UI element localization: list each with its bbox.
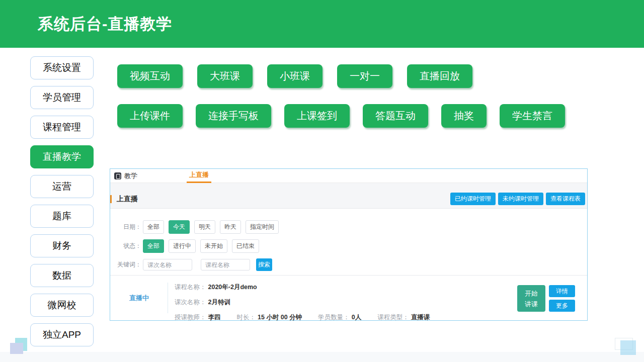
date-option-custom[interactable]: 指定时间 — [246, 220, 279, 234]
sidebar-item-standalone-app[interactable]: 独立APP — [30, 323, 94, 346]
lesson-name-input[interactable] — [143, 259, 192, 270]
booked-hours-button[interactable]: 已约课时管理 — [450, 193, 496, 205]
feature-button-class-signin[interactable]: 上课签到 — [284, 104, 350, 128]
page-title: 系统后台-直播教学 — [38, 14, 172, 35]
feature-button-student-mute[interactable]: 学生禁言 — [500, 104, 565, 128]
feature-button-upload-courseware[interactable]: 上传课件 — [117, 104, 183, 128]
decor-square-cyan-right — [620, 340, 636, 355]
feature-buttons-row1: 视频互动 大班课 小班课 一对一 直播回放 — [117, 64, 472, 88]
app-label: 教学 — [124, 171, 137, 180]
feature-button-large-class[interactable]: 大班课 — [197, 64, 253, 88]
teacher-field: 授课教师：李四 — [175, 313, 221, 322]
sidebar-item-data[interactable]: 数据 — [30, 264, 94, 287]
course-name-input[interactable] — [201, 259, 250, 270]
sidebar-item-finance[interactable]: 财务 — [30, 234, 94, 257]
bottom-strip — [0, 352, 644, 362]
sidebar-item-course-management[interactable]: 课程管理 — [30, 116, 94, 139]
tab-go-live-label: 上直播 — [189, 170, 209, 179]
feature-button-small-class[interactable]: 小班课 — [267, 64, 323, 88]
live-admin-panel: 教学 上直播 上直播 已约课时管理 未约课时管理 查看课程表 日期： 全部 今天… — [110, 168, 588, 321]
status-badge: 直播中 — [129, 294, 149, 303]
feature-button-quiz-interaction[interactable]: 答题互动 — [363, 104, 428, 128]
feature-button-live-replay[interactable]: 直播回放 — [407, 64, 472, 88]
section-actions: 已约课时管理 未约课时管理 查看课程表 — [450, 193, 585, 205]
section-accent-bar — [110, 195, 112, 203]
keyword-filter-label: 关键词： — [110, 260, 141, 269]
sidebar-item-question-bank[interactable]: 题库 — [30, 205, 94, 228]
course-type-field: 课程类型：直播课 — [377, 313, 430, 322]
student-count-field: 学员数量：0人 — [318, 313, 361, 322]
duration-field: 时长：15 小时 00 分钟 — [237, 313, 302, 322]
filter-row-keyword: 关键词： 搜索 — [110, 258, 587, 271]
status-option-in-progress[interactable]: 进行中 — [169, 239, 196, 253]
search-button[interactable]: 搜索 — [256, 258, 272, 271]
date-option-today[interactable]: 今天 — [169, 220, 190, 234]
status-option-not-started[interactable]: 未开始 — [200, 239, 227, 253]
status-option-all[interactable]: 全部 — [143, 239, 164, 253]
section-title: 上直播 — [110, 195, 138, 204]
sidebar-item-operations[interactable]: 运营 — [30, 175, 94, 198]
sidebar: 系统设置 学员管理 课程管理 直播教学 运营 题库 财务 数据 微网校 独立AP… — [30, 56, 94, 353]
decor-square-lavender-left — [10, 343, 23, 354]
filter-row-status: 状态： 全部 进行中 未开始 已结束 — [110, 239, 587, 253]
app-header: 系统后台-直播教学 — [0, 0, 644, 48]
date-option-tomorrow[interactable]: 明天 — [194, 220, 215, 234]
start-teaching-button[interactable]: 开始讲课 — [517, 285, 545, 312]
sidebar-item-system-settings[interactable]: 系统设置 — [30, 56, 94, 79]
lesson-name-line: 课次名称： 2月特训 — [175, 298, 430, 307]
date-filter-label: 日期： — [110, 223, 141, 231]
teaching-icon — [114, 172, 121, 179]
feature-button-connect-tablet[interactable]: 连接手写板 — [196, 104, 271, 128]
panel-tabbar: 教学 上直播 — [110, 169, 587, 183]
detail-button[interactable]: 详情 — [549, 285, 575, 297]
record-meta-line: 授课教师：李四 时长：15 小时 00 分钟 学员数量：0人 课程类型：直播课 — [175, 313, 430, 322]
more-button[interactable]: 更多 — [549, 300, 575, 312]
date-option-yesterday[interactable]: 昨天 — [220, 220, 241, 234]
feature-button-lottery[interactable]: 抽奖 — [441, 104, 487, 128]
feature-button-video-interaction[interactable]: 视频互动 — [117, 64, 183, 88]
unbooked-hours-button[interactable]: 未约课时管理 — [498, 193, 543, 205]
sidebar-item-live-teaching[interactable]: 直播教学 — [30, 145, 94, 168]
feature-button-one-on-one[interactable]: 一对一 — [337, 64, 392, 88]
filters: 日期： 全部 今天 明天 昨天 指定时间 状态： 全部 进行中 未开始 已结束 … — [110, 209, 587, 275]
record-divider — [168, 283, 168, 313]
date-option-all[interactable]: 全部 — [143, 220, 164, 234]
record-details: 课程名称： 2020年-2月demo 课次名称： 2月特训 授课教师：李四 时长… — [175, 283, 430, 322]
live-record-row: 直播中 课程名称： 2020年-2月demo 课次名称： 2月特训 授课教师：李… — [110, 275, 587, 320]
sidebar-item-micro-school[interactable]: 微网校 — [30, 294, 94, 317]
status-filter-label: 状态： — [110, 242, 141, 250]
status-option-ended[interactable]: 已结束 — [232, 239, 259, 253]
tab-go-live[interactable]: 上直播 — [187, 169, 211, 183]
filter-row-date: 日期： 全部 今天 明天 昨天 指定时间 — [110, 220, 587, 234]
sidebar-item-student-management[interactable]: 学员管理 — [30, 86, 94, 109]
course-name-line: 课程名称： 2020年-2月demo — [175, 283, 430, 292]
view-schedule-button[interactable]: 查看课程表 — [546, 193, 585, 205]
panel-toolbar-band: 上直播 已约课时管理 未约课时管理 查看课程表 — [110, 183, 587, 209]
feature-buttons-row2: 上传课件 连接手写板 上课签到 答题互动 抽奖 学生禁言 — [117, 104, 565, 128]
